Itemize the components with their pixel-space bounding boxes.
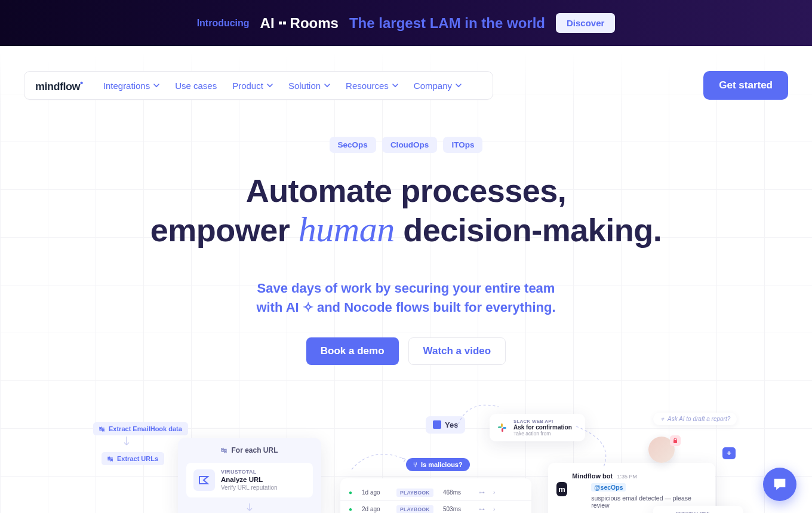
pill-extract-urls: ↹ Extract URLs [102, 452, 164, 465]
hero-buttons: Book a demo Watch a video [0, 337, 812, 365]
nav-company[interactable]: Company [414, 81, 462, 91]
status-ok-icon: ● [349, 489, 362, 496]
chevron-right-icon: › [493, 489, 499, 496]
hero-tags: SecOps CloudOps ITOps [0, 137, 812, 153]
runs-table: ● 1d ago PLAYBOOK 468ms ⊶ › ● 2d ago PLA… [340, 478, 531, 513]
foreach-card: ↹ For each URL VIRUSTOTAL Analyze URL Ve… [178, 438, 321, 513]
chat-icon [771, 476, 788, 493]
ask-ai-pill: ✧ Ask AI to draft a report? [653, 413, 737, 425]
sparkle-icon: ✧ [660, 416, 665, 422]
graph-icon: ⊶ [479, 489, 493, 496]
hero-headline: Automate processes, empower human decisi… [0, 172, 812, 250]
virustotal-icon [193, 469, 215, 491]
chevron-down-icon [267, 82, 273, 88]
lock-icon [670, 435, 681, 446]
connector-arc [573, 423, 633, 471]
arrow-down-icon [246, 502, 253, 513]
arrow-down-icon [123, 435, 130, 450]
is-malicious-pill: ⑂ Is malicious? [406, 458, 470, 471]
dots-icon [279, 21, 286, 24]
bot-avatar: m [556, 482, 567, 496]
watch-video-button[interactable]: Watch a video [408, 337, 506, 365]
connector-arc [349, 443, 408, 472]
tag-cloudops[interactable]: CloudOps [382, 137, 438, 153]
tag-secops[interactable]: SecOps [330, 137, 376, 153]
chat-widget-button[interactable] [763, 468, 796, 501]
pill-extract-emailhook: ↹ Extract EmailHook data [93, 422, 188, 435]
transform-icon: ↹ [107, 455, 114, 462]
graph-icon: ⊶ [479, 506, 493, 512]
nav-integrations[interactable]: Integrations [103, 81, 159, 91]
chevron-right-icon: › [493, 506, 499, 512]
add-button: + [722, 447, 736, 459]
table-row: ● 1d ago PLAYBOOK 468ms ⊶ › [340, 484, 531, 501]
hero-subhead: Save days of work by securing your entir… [0, 279, 812, 317]
announcement-intro: Introducing [197, 18, 250, 29]
table-row: ● 2d ago PLAYBOOK 503ms ⊶ › [340, 501, 531, 513]
nav-solution[interactable]: Solution [288, 81, 330, 91]
nav-product[interactable]: Product [232, 81, 273, 91]
chevron-down-icon [153, 82, 159, 88]
transform-icon: ↹ [99, 425, 106, 432]
svg-rect-3 [503, 427, 506, 429]
announcement-bar: Introducing AI Rooms The largest LAM in … [0, 0, 812, 46]
virustotal-card: VIRUSTOTAL Analyze URL Verify URL reputa… [186, 463, 313, 497]
announcement-tagline: The largest LAM in the world [349, 15, 545, 32]
chevron-down-icon [392, 82, 398, 88]
slack-card: SLACK WEB API Ask for confirmation Take … [490, 414, 585, 441]
svg-rect-2 [502, 428, 503, 432]
main-nav: mindflow• Integrations Use cases Product… [24, 71, 493, 100]
nav-items: Integrations Use cases Product Solution … [103, 81, 462, 91]
announcement-discover-button[interactable]: Discover [556, 13, 615, 33]
svg-rect-4 [673, 440, 677, 443]
status-ok-icon: ● [349, 506, 362, 512]
tag-itops[interactable]: ITOps [443, 137, 482, 153]
nav-use-cases[interactable]: Use cases [175, 81, 217, 91]
book-demo-button[interactable]: Book a demo [306, 337, 399, 365]
sentinelone-card: SENTINELONE Lock user device Isolate a m… [653, 506, 743, 513]
branch-icon: ⑂ [413, 461, 417, 468]
chevron-down-icon [324, 82, 330, 88]
connector-arc [454, 396, 502, 432]
loop-icon: ↹ [221, 446, 227, 454]
foreach-title: ↹ For each URL [186, 446, 313, 454]
square-icon [433, 420, 441, 429]
get-started-button[interactable]: Get started [703, 71, 788, 100]
hero-illustration: ↹ Extract EmailHook data ↹ Extract URLs … [0, 416, 812, 513]
nav-resources[interactable]: Resources [346, 81, 398, 91]
chevron-down-icon [456, 82, 462, 88]
hero: SecOps CloudOps ITOps Automate processes… [0, 137, 812, 365]
announcement-brand: AI Rooms [260, 15, 339, 32]
sparkle-icon: ✧ [303, 298, 313, 317]
logo[interactable]: mindflow• [35, 78, 83, 93]
